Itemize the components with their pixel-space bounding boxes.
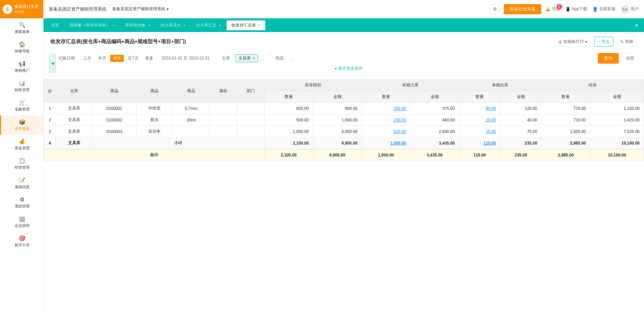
filter-area: ◀ 记账日期 上月 本月 本年 近7天 更多 2023-01-01 至 2023… [44,50,644,75]
sidebar-label-basic-info: 基础信息 [15,184,30,189]
export-icon: ↑ [598,39,600,44]
row-warehouse: 文具库 [56,114,93,126]
topbar-title-area: 装备及固定资产辅助管理系统 装备及固定资产辅助管理系统 ▾ [49,4,486,14]
subtotal-in-qty[interactable]: 1,000.00 [362,137,410,149]
col-closing-header: 结存 [542,80,644,91]
col-out-qty-header: 数量 [459,91,500,103]
row-closing-qty: 770.00 [542,103,590,114]
page-title: 收发存汇总表(按仓库+商品编码+商品+规格型号+项目+部门) [50,38,186,45]
sidebar-item-enterprise[interactable]: 🏢 企业协同 [0,212,43,232]
row-closing-qty: 1,505.00 [542,126,590,137]
table-row: 3 文具库 0100003 采访本 1,000.00 5,000.00 520.… [44,126,644,137]
tab-batch-ledger[interactable]: 库存批次账 ✕ [120,20,155,30]
subtotal-out-qty[interactable]: 115.00 [459,137,500,149]
export-label: 导出 [601,39,610,45]
notification-btn[interactable]: 🔔 消息 6 [545,6,560,12]
tab-summary-close[interactable]: ✕ [218,23,221,27]
row-in-qty[interactable]: 230.00 [362,114,410,126]
tab-home[interactable]: 首页 [46,20,64,30]
system-icon: ⚙ [20,196,24,203]
sidebar-label-sales: 销售管理 [15,87,30,93]
sidebar-item-business[interactable]: 📋 经营管理 [0,154,43,173]
enterprise-icon: 🏢 [19,216,26,222]
row-dept [237,103,265,114]
row-seq: 2 [44,114,56,126]
row-opening-qty: 500.00 [264,114,313,126]
tab-recv-send-close[interactable]: ✕ [258,23,261,27]
export-btn[interactable]: ↑ 导出 [594,37,613,47]
sidebar-item-marketing[interactable]: 📢 营销推广 [0,57,43,77]
row-project [210,126,237,137]
settings-gear-btn[interactable]: ⚙ [490,4,500,14]
marketing-icon: 📢 [19,61,26,67]
row-code: 0100003 [92,126,136,137]
row-opening-amt: 5,000.00 [313,126,362,137]
online-support-btn[interactable]: 👤 在线客服 [593,6,615,12]
sidebar-item-inventory[interactable]: 📦 库存核算 [0,115,43,135]
system-select[interactable]: 装备及固定资产辅助管理系统 ▾ [109,4,172,14]
row-name: 胶水 [136,114,173,126]
tab-inventory-dist-close[interactable]: ✕ [112,23,115,27]
total-out-amt: 235.00 [500,149,541,161]
warehouse-tag-text: 文具库 [238,55,251,61]
sidebar-item-finance[interactable]: 💰 资金管理 [0,135,43,154]
print-btn[interactable]: 🖨 按模板打印 ▾ [554,37,591,47]
close-all-tabs-btn[interactable]: ✕ [632,23,641,28]
tab-batch-ledger-close[interactable]: ✕ [148,23,150,27]
product-more-btn[interactable]: ... [289,56,293,61]
guide-icon: 🎯 [19,235,26,242]
sidebar-item-purchase[interactable]: 🛒 采购管理 [0,96,43,115]
warehouse-tag-close[interactable]: ✕ [252,56,255,61]
expand-filter-btn[interactable]: ▾ 展开更多条件 [335,66,363,71]
col-warehouse-header: 仓库 [56,80,93,103]
row-in-amt: 2,600.00 [410,126,459,137]
row-out-amt: 75.00 [500,126,541,137]
warehouse-more-btn[interactable]: ... [260,56,263,61]
date-option-this-month[interactable]: 本月 [95,55,109,62]
tab-home-label: 首页 [51,22,59,28]
trial-btn[interactable]: 体验行业方案 [504,4,541,14]
refresh-btn[interactable]: ↻ 刷新 [617,37,637,47]
subtotal-out-amt: 235.00 [500,137,541,149]
filter-settings-btn[interactable]: 设置 [622,53,639,64]
query-btn[interactable]: 查询 [598,53,619,64]
row-spec: 20ml [173,114,210,126]
row-dept [237,126,265,137]
row-out-qty[interactable]: 20.00 [459,114,500,126]
sidebar-item-basic-info[interactable]: 📝 基础信息 [0,173,43,193]
product-label: 商品 [276,55,284,61]
row-project [210,114,237,126]
table-settings-icon[interactable]: ⚙ [48,88,52,94]
tab-recv-send[interactable]: 收发存汇总表 ✕ [227,20,265,30]
filter-collapse-btn[interactable]: ◀ [49,54,56,73]
row-in-qty[interactable]: 250.00 [362,103,410,114]
row-warehouse: 文具库 [56,126,93,137]
date-option-last-month[interactable]: 上月 [80,55,94,62]
sidebar-item-search[interactable]: 🔍 搜索菜单 [0,18,43,38]
sidebar-label-guide: 新手引导 [15,243,30,248]
subtotal-in-amt: 3,435.00 [410,137,459,149]
tab-inventory-dist[interactable]: 现存量（库存分布表） ✕ [65,20,120,30]
expand-label: 展开更多条件 [338,66,363,71]
tab-flow[interactable]: 出入库流水 ✕ [156,20,191,30]
subtotal-seq: 4 [44,137,56,149]
sidebar-label-business: 经营管理 [15,165,30,170]
date-option-more[interactable]: 更多 [143,55,156,62]
date-option-this-year[interactable]: 本年 [110,55,124,62]
sidebar-item-system[interactable]: ⚙ 系统管理 [0,193,43,212]
row-out-qty[interactable]: 80.00 [459,103,500,114]
sidebar-item-sales[interactable]: 📊 销售管理 [0,77,43,96]
row-seq: 3 [44,126,56,137]
tab-summary[interactable]: 出入库汇总 ✕ [191,20,226,30]
row-dept [237,114,265,126]
topbar-right: 🔔 消息 6 📱 App下载 👤 在线客服 Ea 用户 [545,5,639,13]
sidebar-item-quick-nav[interactable]: 🏠 快捷导航 [0,38,43,57]
app-download-btn[interactable]: 📱 App下载 [565,6,587,12]
user-menu-btn[interactable]: Ea 用户 [621,5,639,13]
date-option-7days[interactable]: 近7天 [125,55,141,62]
row-out-qty[interactable]: 15.00 [459,126,500,137]
row-in-qty[interactable]: 520.00 [362,126,410,137]
sidebar-item-guide[interactable]: 🎯 新手引导 [0,232,43,251]
tab-flow-close[interactable]: ✕ [183,23,186,27]
total-in-qty: 1,000.00 [362,149,410,161]
